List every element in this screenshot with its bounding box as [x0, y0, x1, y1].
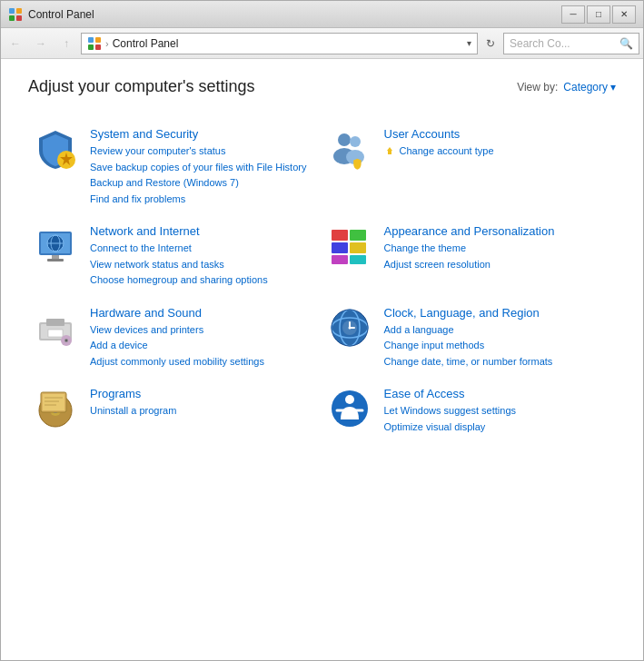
view-by-value-text: Category — [563, 81, 608, 94]
network-internet-links: Connect to the Internet View network sta… — [90, 241, 317, 288]
svg-rect-29 — [48, 330, 63, 337]
svg-point-11 — [350, 136, 361, 147]
address-text: Control Panel — [113, 37, 463, 50]
clock-language-region-links: Add a language Change input methods Chan… — [384, 322, 611, 370]
category-clock-language-region: Clock, Language, and Region Add a langua… — [322, 297, 617, 379]
review-status-link[interactable]: Review your computer's status — [90, 143, 317, 159]
adjust-resolution-link[interactable]: Adjust screen resolution — [384, 257, 611, 272]
minimize-button[interactable]: ─ — [561, 5, 585, 24]
network-internet-title[interactable]: Network and Internet — [90, 224, 317, 238]
devices-printers-link[interactable]: View devices and printers — [90, 322, 317, 338]
change-input-methods-link[interactable]: Change input methods — [384, 338, 611, 353]
svg-rect-22 — [350, 230, 366, 241]
network-internet-icon — [34, 224, 77, 268]
back-button[interactable]: ← — [5, 33, 26, 54]
category-system-security: System and Security Review your computer… — [28, 118, 322, 215]
change-account-type-link[interactable]: Change account type — [384, 143, 611, 159]
refresh-button[interactable]: ↻ — [481, 35, 500, 53]
add-device-link[interactable]: Add a device — [90, 338, 317, 353]
title-bar-controls: ─ □ ✕ — [561, 5, 636, 24]
svg-rect-7 — [95, 44, 101, 50]
svg-rect-1 — [16, 8, 22, 14]
svg-rect-6 — [88, 44, 94, 50]
ease-of-access-title[interactable]: Ease of Access — [384, 387, 611, 400]
system-security-links: Review your computer's status Save backu… — [90, 143, 317, 206]
forward-button[interactable]: → — [30, 33, 52, 54]
network-status-link[interactable]: View network status and tasks — [90, 257, 317, 272]
appearance-personalization-content: Appearance and Personalization Change th… — [384, 224, 611, 271]
category-programs: Programs Uninstall a program — [28, 378, 322, 443]
navigation-bar: ← → ↑ › Control Panel ▾ ↻ Search Co... 🔍 — [1, 28, 643, 59]
mobility-settings-link[interactable]: Adjust commonly used mobility settings — [90, 354, 317, 370]
search-bar[interactable]: Search Co... 🔍 — [503, 33, 639, 54]
svg-rect-2 — [9, 15, 15, 21]
programs-content: Programs Uninstall a program — [90, 387, 317, 419]
title-bar: Control Panel ─ □ ✕ — [1, 1, 643, 28]
address-bar[interactable]: › Control Panel ▾ — [81, 33, 478, 54]
system-security-title[interactable]: System and Security — [90, 127, 317, 141]
view-by-chevron-icon: ▾ — [610, 81, 616, 94]
address-separator: › — [105, 38, 109, 49]
system-security-content: System and Security Review your computer… — [90, 127, 317, 206]
category-network-internet: Network and Internet Connect to the Inte… — [28, 215, 322, 297]
change-theme-link[interactable]: Change the theme — [384, 241, 611, 256]
title-bar-text: Control Panel — [28, 8, 561, 21]
close-button[interactable]: ✕ — [612, 5, 636, 24]
page-title: Adjust your computer's settings — [28, 77, 255, 96]
svg-rect-28 — [46, 319, 64, 326]
up-button[interactable]: ↑ — [55, 33, 77, 54]
content-area: Adjust your computer's settings View by:… — [1, 59, 643, 660]
add-language-link[interactable]: Add a language — [384, 322, 611, 338]
ease-of-access-content: Ease of Access Let Windows suggest setti… — [384, 387, 611, 434]
view-by-label: View by: — [517, 81, 558, 94]
address-dropdown-arrow[interactable]: ▾ — [467, 38, 471, 48]
category-ease-of-access: Ease of Access Let Windows suggest setti… — [322, 378, 617, 443]
file-history-link[interactable]: Save backup copies of your files with Fi… — [90, 160, 317, 175]
hardware-sound-links: View devices and printers Add a device A… — [90, 322, 317, 370]
maximize-button[interactable]: □ — [587, 5, 610, 24]
find-fix-link[interactable]: Find and fix problems — [90, 192, 317, 207]
network-internet-content: Network and Internet Connect to the Inte… — [90, 224, 317, 288]
svg-point-9 — [338, 133, 351, 146]
connect-internet-link[interactable]: Connect to the Internet — [90, 241, 317, 256]
appearance-personalization-links: Change the theme Adjust screen resolutio… — [384, 241, 611, 271]
uninstall-program-link[interactable]: Uninstall a program — [90, 403, 317, 419]
svg-rect-5 — [95, 37, 101, 43]
programs-icon — [34, 387, 77, 430]
programs-title[interactable]: Programs — [90, 387, 317, 400]
search-placeholder: Search Co... — [510, 37, 616, 50]
hardware-sound-title[interactable]: Hardware and Sound — [90, 306, 317, 320]
windows-suggest-settings-link[interactable]: Let Windows suggest settings — [384, 403, 611, 419]
ease-of-access-icon — [328, 387, 372, 430]
programs-links: Uninstall a program — [90, 403, 317, 419]
svg-point-52 — [345, 395, 354, 404]
main-window: Control Panel ─ □ ✕ ← → ↑ › Control Pane… — [0, 0, 644, 661]
svg-rect-21 — [332, 242, 348, 253]
homegroup-link[interactable]: Choose homegroup and sharing options — [90, 272, 317, 288]
svg-point-40 — [348, 326, 351, 329]
user-accounts-icon — [328, 127, 372, 171]
clock-language-region-title[interactable]: Clock, Language, and Region — [384, 306, 611, 320]
appearance-personalization-icon — [328, 224, 372, 268]
clock-language-region-icon — [328, 306, 372, 350]
address-bar-icon — [87, 36, 102, 51]
user-accounts-title[interactable]: User Accounts — [384, 127, 611, 141]
optimize-visual-display-link[interactable]: Optimize visual display — [384, 419, 611, 435]
svg-rect-19 — [47, 259, 64, 261]
search-icon[interactable]: 🔍 — [619, 37, 633, 50]
change-date-time-link[interactable]: Change date, time, or number formats — [384, 354, 611, 370]
svg-rect-47 — [43, 394, 64, 410]
user-accounts-links: Change account type — [384, 143, 611, 159]
svg-point-32 — [65, 340, 67, 341]
categories-grid: System and Security Review your computer… — [28, 118, 616, 443]
user-accounts-content: User Accounts Change account type — [384, 127, 611, 159]
svg-rect-24 — [332, 255, 348, 264]
view-by-dropdown[interactable]: Category ▾ — [563, 81, 616, 94]
appearance-personalization-title[interactable]: Appearance and Personalization — [384, 224, 611, 238]
title-bar-icon — [8, 7, 23, 22]
hardware-sound-content: Hardware and Sound View devices and prin… — [90, 306, 317, 370]
backup-restore-link[interactable]: Backup and Restore (Windows 7) — [90, 175, 317, 191]
view-by-control: View by: Category ▾ — [517, 81, 616, 94]
svg-rect-23 — [350, 242, 366, 253]
system-security-icon — [34, 127, 77, 171]
